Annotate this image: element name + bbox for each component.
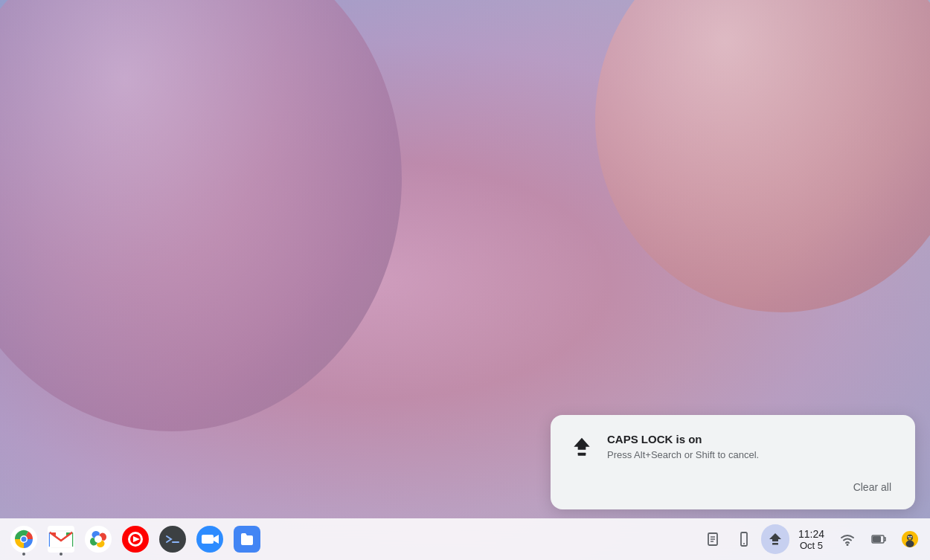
shelf-app-terminal[interactable] <box>155 521 190 557</box>
wifi-icon <box>839 531 856 547</box>
notification-title: CAPS LOCK is on <box>607 433 897 445</box>
time-display: 11:24 <box>798 529 824 539</box>
shelf-app-youtube[interactable] <box>118 521 153 557</box>
shelf-apps <box>6 521 697 557</box>
svg-point-25 <box>743 543 745 544</box>
doc-icon <box>705 531 721 547</box>
terminal-icon-bg <box>159 526 186 553</box>
svg-rect-27 <box>772 543 778 545</box>
svg-marker-0 <box>574 437 589 449</box>
files-icon-bg <box>234 526 260 553</box>
clear-all-button[interactable]: Clear all <box>847 477 897 498</box>
photos-icon <box>85 526 112 553</box>
svg-rect-1 <box>578 452 586 455</box>
svg-point-12 <box>94 535 102 543</box>
notification-text: CAPS LOCK is on Press Alt+Search or Shif… <box>607 433 897 462</box>
terminal-icon <box>164 531 181 547</box>
avatar-icon <box>902 531 918 547</box>
shelf-app-gmail[interactable] <box>43 521 79 557</box>
system-tray: 11:24 Oct 5 <box>699 521 924 557</box>
date-display: Oct 5 <box>800 541 823 550</box>
zoom-icon <box>196 526 223 553</box>
tray-wifi-button[interactable] <box>833 524 862 554</box>
files-icon <box>239 531 255 547</box>
notification-popup: CAPS LOCK is on Press Alt+Search or Shif… <box>551 415 915 509</box>
tray-battery-button[interactable] <box>865 524 893 554</box>
svg-point-7 <box>22 537 27 542</box>
svg-rect-30 <box>873 536 881 542</box>
shelf-app-chrome[interactable] <box>6 521 42 557</box>
caps-lock-icon <box>568 434 595 461</box>
phone-icon <box>736 531 752 547</box>
chrome-icon <box>10 526 37 553</box>
taskbar: 11:24 Oct 5 <box>0 518 930 560</box>
tray-doc-button[interactable] <box>699 524 727 554</box>
svg-point-36 <box>908 537 909 538</box>
notification-subtitle: Press Alt+Search or Shift to cancel. <box>607 448 897 462</box>
svg-point-28 <box>847 544 849 546</box>
tray-phone-button[interactable] <box>730 524 758 554</box>
svg-rect-19 <box>202 535 214 544</box>
datetime-button[interactable]: 11:24 Oct 5 <box>792 521 830 557</box>
notification-actions: Clear all <box>568 477 897 498</box>
gmail-icon <box>48 526 74 553</box>
svg-point-33 <box>906 541 914 547</box>
shelf-app-files[interactable] <box>229 521 265 557</box>
tray-capslock-button[interactable] <box>761 524 789 554</box>
battery-icon <box>870 531 887 547</box>
notification-content: CAPS LOCK is on Press Alt+Search or Shif… <box>568 433 897 462</box>
tray-avatar-button[interactable] <box>896 524 924 554</box>
svg-point-38 <box>908 538 911 539</box>
youtube-icon <box>122 526 149 553</box>
capslock-tray-icon <box>767 531 783 547</box>
svg-marker-26 <box>769 533 781 541</box>
shelf-app-photos[interactable] <box>80 521 116 557</box>
svg-point-37 <box>911 537 911 538</box>
shelf-app-zoom[interactable] <box>192 521 228 557</box>
